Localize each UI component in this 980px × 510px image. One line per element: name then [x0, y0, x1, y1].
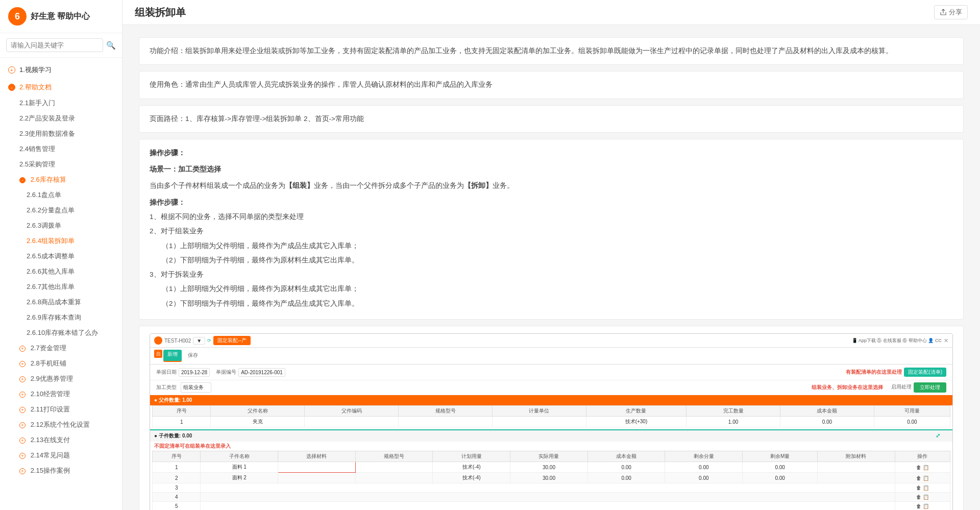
mock-td-avail: 0.00 [874, 417, 950, 427]
sidebar-item-install[interactable]: 2.2产品安装及登录 [0, 111, 122, 126]
sidebar-item-mgmt[interactable]: + 2.10经营管理 [0, 386, 122, 402]
mock-btd-empty-3 [201, 483, 895, 493]
sidebar-item-finance[interactable]: + 2.7资金管理 [0, 341, 122, 356]
mock-titlebar-right: 📱 App下载 ⑤ 在线客服 ⑥ 帮助中心 👤 CC ✕ [852, 337, 948, 344]
mock-td-cost: 0.00 [780, 417, 874, 427]
sidebar-item-beginner[interactable]: 2.1新手入门 [0, 95, 122, 111]
sidebar-item-cases[interactable]: + 2.15操作案例 [0, 463, 122, 478]
sidebar-item-partial-stocktake[interactable]: 2.6.2分量盘点单 [0, 203, 122, 218]
mock-bottom-table: 序号 子件名称 选择材料 规格型号 计划用量 实际用量 成本金额 剩余分量 剩余 [152, 451, 950, 510]
mock-no-label: 单据编号 [216, 369, 236, 376]
mock-close-icon[interactable]: ✕ [944, 337, 948, 344]
mock-bth-extra: 附加材料 [818, 451, 895, 462]
step-1: 1、根据不同的业务，选择不同单据的类型来处理 [150, 211, 953, 223]
sidebar-item-videos[interactable]: + 1.视频学习 [0, 62, 122, 78]
sidebar-item-print[interactable]: + 2.11打印设置 [0, 402, 122, 417]
steps-block: 操作步骤： 场景一：加工类型选择 当由多个子件材料组装成一个成品的业务为【组装】… [139, 139, 964, 320]
expand-faq-icon: + [19, 453, 26, 459]
topbar: 组装拆卸单 分享 [122, 0, 980, 25]
sidebar-item-personalize[interactable]: + 2.12系统个性化设置 [0, 417, 122, 432]
sidebar-item-purchase[interactable]: 2.5采购管理 [0, 157, 122, 172]
mock-bth-seq: 序号 [153, 451, 201, 462]
mock-td-spec [399, 417, 493, 427]
mock-bth-select-mat: 选择材料 [278, 451, 356, 462]
table-row: 1 面料 1 技术(-4) 30.00 0.00 0.00 0.00 [153, 462, 950, 473]
mock-bottom-header-row: 序号 子件名称 选择材料 规格型号 计划用量 实际用量 成本金额 剩余分量 剩余 [153, 451, 950, 462]
mock-left-nav: 自 新增 保存 [154, 348, 203, 364]
mock-btd-empty-4 [201, 493, 895, 502]
mock-enable-text: 启用处理 [891, 382, 912, 393]
table-row: 4🗑 📋 [153, 493, 950, 502]
sidebar-item-faq[interactable]: + 2.14常见问题 [0, 448, 122, 463]
sidebar-item-other-out[interactable]: 2.6.7其他出库单 [0, 279, 122, 295]
mock-sync-icon: ⟳ [207, 338, 211, 343]
sidebar-item-coupon[interactable]: + 2.9优惠券管理 [0, 371, 122, 386]
sidebar-item-inventory[interactable]: - 2.6库存核算 [0, 172, 122, 187]
sidebar-item-cost-recalc[interactable]: 2.6.8商品成本重算 [0, 295, 122, 310]
search-icon[interactable]: 🔍 [106, 41, 116, 50]
mock-td-seq: 1 [153, 417, 211, 427]
mock-right-actions: 启用处理 立即处理 [891, 382, 946, 393]
mock-btd-spec-1 [355, 462, 433, 473]
logo-icon: 6 [8, 7, 27, 26]
sidebar-item-stock-ledger[interactable]: 2.6.9库存账本查询 [0, 310, 122, 325]
nav-tree: + 1.视频学习 - 2.帮助文档 2.1新手入门 2.2产品安装及登录 2.3… [0, 58, 122, 510]
table-row: 3🗑 📋 [153, 483, 950, 493]
mock-main-content: ● 父件数量: 1.00 序号 父件名称 父件编码 规格型 [150, 395, 952, 510]
mock-fixed-bom-select-btn[interactable]: 固定装配(清单) [904, 368, 946, 377]
search-bar: 🔍 [0, 33, 122, 58]
share-button[interactable]: 分享 [934, 5, 968, 19]
mock-date-input[interactable]: 2019-12-28 [179, 368, 210, 377]
nav-section-1: + 1.视频学习 [0, 62, 122, 78]
steps-sub-header: 操作步骤： [150, 197, 953, 209]
mock-bottom-table-container: 序号 子件名称 选择材料 规格型号 计划用量 实际用量 成本金额 剩余分量 剩余 [150, 451, 952, 510]
nav-section-2: - 2.帮助文档 2.1新手入门 2.2产品安装及登录 2.3使用前数据准备 2… [0, 79, 122, 478]
collapse-sub-icon: - [19, 177, 26, 183]
mock-save-btn[interactable]: 立即处理 [914, 382, 946, 393]
table-row: 2 面料 2 技术(-4) 30.00 0.00 0.00 0.00 [153, 473, 950, 483]
mock-refresh-area: ⟳ [207, 338, 211, 343]
mock-type-label: 加工类型 [156, 384, 177, 391]
mock-annotation3-text: 不固定清单可在组装单在这里录入 [150, 442, 952, 451]
mock-type-select[interactable]: 组装业务 [181, 382, 211, 393]
mock-bth-actions: 操作 [895, 451, 950, 462]
mock-annotation1-area: 有装配清单的在这里处理 固定装配(清单) [846, 368, 946, 377]
sidebar-item-sales[interactable]: 2.4销售管理 [0, 141, 122, 157]
mock-btd-act-2: 🗑 📋 [895, 473, 950, 483]
steps-header: 操作步骤： [150, 147, 953, 159]
sidebar-item-cost-adjust[interactable]: 2.6.5成本调整单 [0, 249, 122, 264]
mock-no-input[interactable]: AD-20191226-001 [238, 368, 285, 377]
expand-payment-icon: + [19, 438, 26, 444]
mock-btd-act-4: 🗑 📋 [895, 493, 950, 502]
mock-btd-extra-1 [818, 462, 895, 473]
sidebar-item-data-prep[interactable]: 2.3使用前数据准备 [0, 126, 122, 141]
mock-tab-new[interactable]: 新增 [163, 350, 182, 362]
sidebar-item-assembly[interactable]: 2.6.4组装拆卸单 [0, 233, 122, 249]
mock-company-id: TEST-H002 [164, 338, 191, 344]
logo-bar: 6 好生意 帮助中心 [0, 0, 122, 33]
sidebar-item-mobile[interactable]: + 2.8手机旺铺 [0, 356, 122, 371]
sidebar-item-other-in[interactable]: 2.6.6其他入库单 [0, 264, 122, 279]
mock-fixed-bom-btn[interactable]: 固定装配--产 [213, 336, 251, 345]
mock-tab-save[interactable]: 保存 [183, 350, 203, 362]
sidebar-item-payment[interactable]: + 2.13在线支付 [0, 432, 122, 448]
sidebar-item-stocktake[interactable]: 2.6.1盘点单 [0, 187, 122, 203]
mock-company-select: ▼ [193, 337, 205, 345]
mock-btd-seq-4: 4 [153, 493, 201, 502]
mock-btd-cost-2: 0.00 [587, 473, 665, 483]
mock-expand-icon[interactable]: ⤢ [936, 432, 940, 439]
sidebar-item-docs[interactable]: - 2.帮助文档 [0, 79, 122, 95]
sidebar-item-stock-error[interactable]: 2.6.10库存账本错了么办 [0, 325, 122, 341]
expand-print-icon: + [19, 407, 26, 413]
mock-btd-cost-1: 0.00 [587, 462, 665, 473]
search-input[interactable] [6, 38, 103, 52]
sidebar-item-transfer[interactable]: 2.6.3调拨单 [0, 218, 122, 233]
table-row: 5🗑 📋 [153, 502, 950, 510]
mock-top-table-container: 序号 父件名称 父件编码 规格型号 计量单位 生产数量 完工数量 成本金额 可用 [150, 405, 952, 429]
step-2: 2、对于组装业务 [150, 225, 953, 237]
mock-btd-plan-2: 技术(-4) [433, 473, 510, 483]
mock-nav-home-icon: 自 [154, 350, 162, 358]
mock-nav-tabs: 自 新增 保存 [150, 348, 952, 365]
mock-th-unit: 计量单位 [492, 406, 586, 417]
mock-app-screenshot: TEST-H002 ▼ ⟳ 固定装配--产 📱 App下载 ⑤ 在线客服 ⑥ 帮… [150, 333, 953, 510]
